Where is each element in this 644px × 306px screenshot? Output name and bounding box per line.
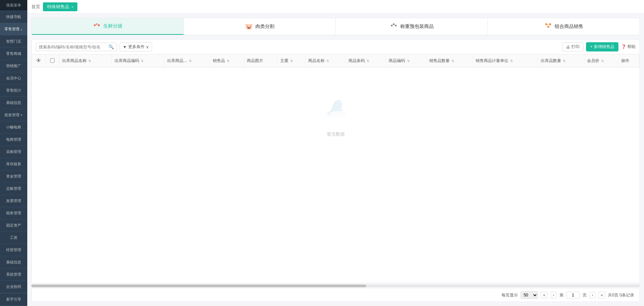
sort-arrows-main-weight: ⇅ <box>290 59 293 63</box>
sidebar-item-sys-mgmt[interactable]: 系统管理 <box>0 269 27 281</box>
svg-point-0 <box>94 24 96 26</box>
page-suffix-label: 页 <box>583 292 587 298</box>
th-product-name[interactable]: 商品名称 ⇅ <box>305 55 345 67</box>
sidebar-item-ops-mgmt[interactable]: 经营管理 <box>0 244 27 256</box>
print-button[interactable]: 🖨 打印 <box>562 42 583 51</box>
cat-tab-fresh-grade[interactable]: 生鲜分级 <box>32 18 184 35</box>
per-page-select[interactable]: 50 20 100 <box>521 291 538 299</box>
pagination-bar: 每页显示 50 20 100 « ‹ 第 页 › » 共0页 0条记录 <box>31 289 640 302</box>
sort-arrows-out-qty: ⇅ <box>563 59 566 63</box>
table-header-row: 出库商品名称 ⇅ 出库商品编码 ⇅ 出库商品... ⇅ 销售品 <box>32 55 640 67</box>
th-gear[interactable] <box>32 55 45 67</box>
th-out-name[interactable]: 出库商品名称 ⇅ <box>59 55 111 67</box>
prev-page-button[interactable]: ‹ <box>551 292 557 299</box>
table-container: 出库商品名称 ⇅ 出库商品编码 ⇅ 出库商品... ⇅ 销售品 <box>31 55 640 283</box>
combo-icon <box>544 22 552 30</box>
sidebar-item-general-ledger[interactable]: 总账管理 <box>0 183 27 195</box>
th-out-code[interactable]: 出库商品编码 ⇅ <box>111 55 164 67</box>
print-label: 打印 <box>571 44 580 50</box>
next-page-button[interactable]: › <box>589 292 596 299</box>
filter-chevron-icon: ∨ <box>146 45 149 49</box>
column-gear-icon <box>36 59 41 64</box>
toolbar: 🔍 ▼ 更多条件 ∨ 🖨 打印 + 新增销售品 ❓ 帮助 <box>31 39 640 55</box>
last-page-button[interactable]: » <box>598 292 605 299</box>
main-content: 首页 特殊销售品 × 生鲜分级 <box>27 0 644 306</box>
sidebar-item-retail-mgmt[interactable]: 零售管理 ▲ <box>0 23 27 35</box>
sidebar-item-fixed-assets[interactable]: 固定资产 <box>0 219 27 232</box>
sidebar-logo[interactable]: 搜索菜单 <box>0 0 27 11</box>
page-prefix-label: 第 <box>559 292 564 298</box>
sidebar-item-tax[interactable]: 税务管理 <box>0 207 27 219</box>
sidebar-item-mini-ecom[interactable]: 小畅电商 <box>0 121 27 134</box>
sidebar-item-retail-stats[interactable]: 零售统计 <box>0 85 27 97</box>
per-page-label: 每页显示 <box>501 292 518 298</box>
cat-tab-meat-cut-label: 肉类分割 <box>255 24 274 30</box>
svg-line-13 <box>546 24 548 27</box>
filter-label: 更多条件 <box>128 44 145 50</box>
fresh-grade-icon <box>93 22 101 30</box>
sidebar-item-basic-info2[interactable]: 基础信息 <box>0 256 27 269</box>
th-sale-item[interactable]: 销售品 ⇅ <box>210 55 244 67</box>
breadcrumb-home[interactable]: 首页 <box>31 4 40 10</box>
sidebar-item-wholesale[interactable]: 批发管理 ▼ <box>0 109 27 121</box>
content-area: 生鲜分级 🐷 肉类分割 称重预包装商品 <box>27 14 644 306</box>
sidebar-item-member[interactable]: 会员中心 <box>0 72 27 85</box>
sidebar-item-newbie[interactable]: 新手引导 <box>0 293 27 306</box>
tab-label: 特殊销售品 <box>47 4 69 10</box>
sidebar-item-enterprise[interactable]: 企业协同 <box>0 281 27 293</box>
help-button[interactable]: ❓ 帮助 <box>621 44 635 50</box>
category-tabs: 生鲜分级 🐷 肉类分割 称重预包装商品 <box>31 18 640 35</box>
sidebar-item-quick-nav[interactable]: 快捷导航 <box>0 11 27 23</box>
cat-tab-weigh-pack[interactable]: 称重预包装商品 <box>336 18 488 35</box>
sidebar-item-basic-info[interactable]: 基础信息 <box>0 97 27 109</box>
th-barcode[interactable]: 商品条码 ⇅ <box>346 55 386 67</box>
th-product-code[interactable]: 商品编码 ⇅ <box>386 55 426 67</box>
svg-line-12 <box>548 24 550 27</box>
sort-arrows-sale-unit: ⇅ <box>510 59 513 63</box>
select-all-checkbox[interactable] <box>50 58 55 63</box>
sort-arrows-sale-qty: ⇅ <box>451 59 454 63</box>
first-page-button[interactable]: « <box>541 292 548 299</box>
svg-point-1 <box>96 23 98 25</box>
cat-tab-meat-cut[interactable]: 🐷 肉类分割 <box>184 18 336 35</box>
sidebar-item-ecom-mgmt[interactable]: 电商管理 <box>0 134 27 146</box>
sidebar-item-purchase[interactable]: 采购管理 <box>0 146 27 158</box>
th-checkbox[interactable] <box>45 55 59 67</box>
empty-icon <box>322 95 349 127</box>
cat-tab-combo-label: 组合商品销售 <box>555 24 583 30</box>
th-out-spec[interactable]: 出库商品... ⇅ <box>164 55 210 67</box>
svg-point-14 <box>38 60 39 61</box>
sidebar-item-smart-store[interactable]: 智慧门店 <box>0 35 27 48</box>
search-icon[interactable]: 🔍 <box>108 44 114 49</box>
sidebar-item-invoice[interactable]: 发票管理 <box>0 195 27 207</box>
tab-close-icon[interactable]: × <box>71 5 73 9</box>
sort-arrows-out-code: ⇅ <box>141 59 144 63</box>
search-box[interactable]: 🔍 <box>36 43 117 51</box>
sort-arrows-barcode: ⇅ <box>366 59 369 63</box>
horizontal-scrollbar[interactable] <box>31 285 640 287</box>
help-label: 帮助 <box>627 44 635 49</box>
th-out-qty[interactable]: 出库品数量 ⇅ <box>538 55 584 67</box>
toolbar-right: 🖨 打印 + 新增销售品 ❓ 帮助 <box>562 42 635 51</box>
svg-point-16 <box>334 104 339 108</box>
active-tab-pill[interactable]: 特殊销售品 × <box>43 2 77 11</box>
th-img[interactable]: 商品图片 <box>244 55 277 67</box>
th-main-weight[interactable]: 主重 ⇅ <box>277 55 305 67</box>
sort-arrows-out-spec: ⇅ <box>189 59 192 63</box>
sidebar-item-promo[interactable]: 营销推广 <box>0 60 27 72</box>
th-sale-unit[interactable]: 销售商品计量单位 ⇅ <box>473 55 538 67</box>
sidebar-item-inventory[interactable]: 库存核算 <box>0 158 27 170</box>
new-sale-item-button[interactable]: + 新增销售品 <box>586 42 618 51</box>
sidebar-item-capital[interactable]: 资金管理 <box>0 170 27 183</box>
page-number-input[interactable] <box>566 292 580 299</box>
chevron-down-icon: ▲ <box>20 28 23 31</box>
filter-button[interactable]: ▼ 更多条件 ∨ <box>120 42 152 51</box>
sidebar-item-retail-mall[interactable]: 零售商城 <box>0 48 27 60</box>
svg-point-17 <box>327 113 329 115</box>
cat-tab-combo[interactable]: 组合商品销售 <box>488 18 640 35</box>
th-sale-qty[interactable]: 销售品数量 ⇅ <box>426 55 473 67</box>
search-input[interactable] <box>39 45 107 49</box>
sidebar-item-salary[interactable]: 工资 <box>0 232 27 244</box>
th-member-price[interactable]: 会员价 ⇅ <box>584 55 618 67</box>
cat-tab-fresh-grade-label: 生鲜分级 <box>103 23 122 29</box>
